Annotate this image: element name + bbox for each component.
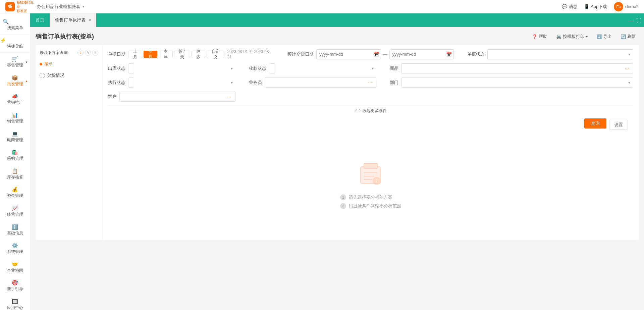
dept-dropdown[interactable] [401,78,633,88]
current-month-btn[interactable]: 本月 [144,51,158,58]
status-dropdown[interactable] [487,49,633,59]
message-button[interactable]: 💬 消息 [562,4,577,10]
left-panel-header-label: 按以下方案查询 [40,50,68,56]
empty-tip-1: 1 请先选择要分析的方案 [340,194,401,200]
sidebar-item-purchase[interactable]: 🛍️ 采购管理 [0,146,30,165]
sidebar-item-quick-nav-label: 快捷导航 [0,44,30,49]
left-panel: 按以下方案查询 + ✎ « 按单 欠货情况 [36,45,103,240]
salesperson-field: 业务员 ··· [249,78,376,88]
expected-date-end-wrapper: 📅 [389,49,454,59]
window-maximize-icon[interactable]: ⛶ [636,17,641,23]
payment-status-label: 收款状态 [249,65,266,71]
salesperson-more-btn[interactable]: ··· [367,80,373,85]
collapse-panel-button[interactable]: « [92,50,98,56]
exec-status-field: 执行状态 [108,78,235,88]
delivery-status-label: 出库状态 [108,65,125,71]
sidebar-item-ecommerce[interactable]: 💻 电商管理 [0,127,30,146]
breadcrumb[interactable]: 办公用品行业模拟账套 ▾ [37,4,85,10]
breadcrumb-text: 办公用品行业模拟账套 [37,4,80,10]
last-month-btn[interactable]: 上月 [128,51,142,58]
page-title-actions: ❓ 帮助 🖨️ 按模板打印 ▾ ⬇️ 导出 🔄 刷新 [529,32,639,41]
sidebar-item-app-center[interactable]: 🔲 应用中心 [0,295,30,310]
sidebar-item-enterprise-collab[interactable]: 🤝 企业协同 [0,258,30,277]
user-profile-button[interactable]: Ea demo2 [614,2,639,11]
expected-date-end-input[interactable] [389,49,454,59]
expected-date-range: 📅 — 📅 [316,49,453,59]
avatar: Ea [614,2,623,11]
last7-btn[interactable]: 近7天 [174,51,190,58]
guide-icon: 🎯 [12,280,18,286]
sidebar-item-finance[interactable]: 💰 资金管理 [0,183,30,202]
collapse-up-icon: ⌃⌃ [355,109,361,113]
nav-dot-icon [40,63,42,65]
filter-row-4: 客户 ··· [108,92,633,102]
sidebar-item-retail[interactable]: 🛒 零售管理 [0,53,30,71]
wholesale-icon: 📦 [12,75,18,81]
expected-date-start-wrapper: 📅 [316,49,381,59]
sidebar-item-wholesale[interactable]: 📦 批发管理 [0,71,30,90]
app-download-button[interactable]: 📱 App下载 [584,4,607,10]
sidebar-item-guide[interactable]: 🎯 新手引导 [0,276,30,295]
help-button[interactable]: ❓ 帮助 [529,32,550,41]
delivery-status-select[interactable] [128,63,134,73]
payment-status-select[interactable] [269,63,275,73]
goods-more-btn[interactable]: ··· [624,66,630,71]
sidebar-item-quick-nav[interactable]: ⚡ 快捷导航 [0,35,30,53]
tip-number-2: 2 [340,203,346,209]
empty-state: ? 1 请先选择要分析的方案 2 用过滤条件来缩小分析范围 [108,130,633,236]
edit-scheme-button[interactable]: ✎ [85,50,91,56]
customer-more-btn[interactable]: ··· [226,94,232,99]
status-label: 单据状态 [467,51,485,57]
empty-tips: 1 请先选择要分析的方案 2 用过滤条件来缩小分析范围 [340,194,401,209]
custom-date-btn[interactable]: 自定义 [207,51,224,58]
sidebar-item-search[interactable]: 🔍 搜索菜单 [0,17,30,35]
date-range-separator: — [383,52,387,57]
page-title-bar: 销售订单执行表(按单) ❓ 帮助 🖨️ 按模板打印 ▾ ⬇️ 导出 [36,32,639,41]
retail-icon: 🛒 [12,56,18,62]
nav-item-by-order[interactable]: 按单 [36,58,102,70]
sidebar-item-inventory[interactable]: 📋 库存核算 [0,165,30,184]
delivery-status-select-wrapper [128,63,235,73]
print-arrow-icon: ▾ [586,35,588,39]
more-date-btn[interactable]: 更多 [192,51,206,58]
expected-date-field: 预计交货日期 📅 — 📅 [287,49,453,59]
svg-rect-1 [364,163,377,168]
page-title: 销售订单执行表(按单) [36,33,94,41]
tip-number-1: 1 [340,194,346,200]
sidebar-item-sales[interactable]: 📊 销售管理 [0,109,30,127]
filter-row-3: 执行状态 业务员 ··· [108,78,633,88]
sidebar-item-marketing[interactable]: 📣 营销推广 [0,90,30,109]
app-download-icon: 📱 [584,4,589,9]
marketing-icon: 📣 [12,93,18,99]
sidebar-item-operations[interactable]: 📈 经营管理 [0,202,30,221]
refresh-button[interactable]: 🔄 刷新 [618,32,639,41]
message-icon: 💬 [562,4,567,9]
tab-home[interactable]: 首页 [30,13,50,27]
exec-status-select[interactable] [128,78,134,88]
breadcrumb-arrow-icon: ▾ [83,4,85,9]
tab-close-icon[interactable]: × [89,18,91,22]
search-icon: 🔍 [3,19,9,25]
logo-area[interactable]: 畅 畅捷通好生意标准版 [5,0,34,13]
empty-state-icon: ? [354,157,387,190]
payment-status-select-wrapper [269,63,376,73]
logo-icon: 畅 [5,2,15,11]
sidebar-item-basic-info[interactable]: ℹ️ 基础信息 [0,221,30,240]
date-label: 单据日期 [108,51,125,57]
settings-button[interactable]: 设置 [609,120,628,130]
tab-sales-execution[interactable]: 销售订单执行表 × [50,13,96,27]
window-minimize-icon[interactable]: — [629,17,634,23]
sales-icon: 📊 [12,112,18,118]
add-scheme-button[interactable]: + [77,50,84,56]
sidebar-item-system[interactable]: ⚙️ 系统管理 [0,239,30,258]
export-button[interactable]: ⬇️ 导出 [594,32,614,41]
expected-date-start-input[interactable] [316,49,381,59]
content-area: 首页 销售订单执行表 × — ⛶ 销售订单执行表(按单) ❓ 帮助 [30,13,644,310]
main-layout: 🔍 搜索菜单 ⚡ 快捷导航 🛒 零售管理 📦 批发管理 📣 营销推广 📊 销售管… [0,13,644,310]
app-center-icon: 🔲 [12,299,18,305]
current-year-btn[interactable]: 本年 [159,51,173,58]
nav-item-shortage[interactable]: 欠货情况 [36,70,102,81]
print-button[interactable]: 🖨️ 按模板打印 ▾ [553,32,590,41]
query-button[interactable]: 查询 [584,118,606,128]
collapse-conditions-btn[interactable]: ⌃⌃ 收起更多条件 [108,106,633,116]
